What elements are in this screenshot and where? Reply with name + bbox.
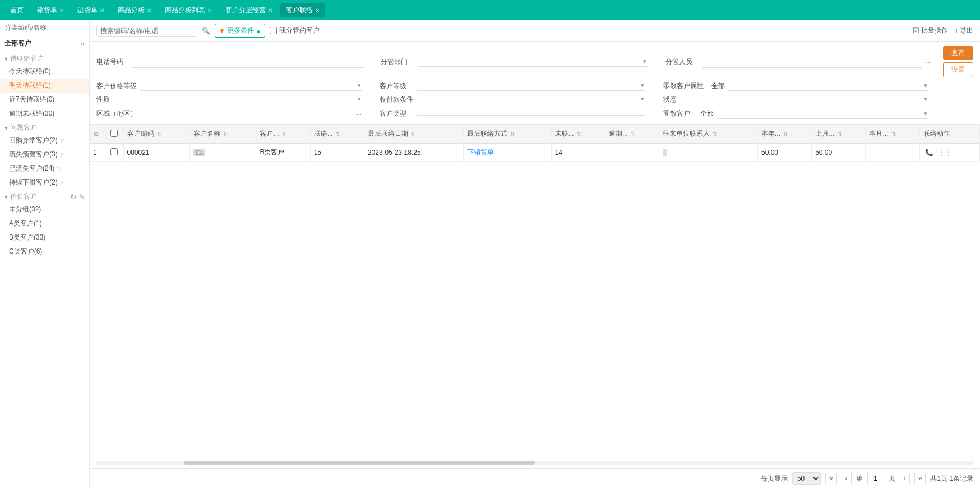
top-nav: 首页 销货单 ✕ 进货单 ✕ 商品分析 ✕ 商品分析列表 ✕ 客户分层经营 ✕ … — [0, 0, 980, 20]
nature-caret: ▼ — [356, 96, 362, 102]
my-customers-checkbox[interactable]: 我分管的客户 — [270, 26, 320, 35]
sidebar-a-class[interactable]: A类客户(1) — [0, 217, 89, 231]
sidebar-overdue[interactable]: 逾期未联络(30) — [0, 107, 89, 121]
price-level-select[interactable]: ▼ — [140, 81, 362, 91]
sidebar-week[interactable]: 近7天待联络(0) — [0, 93, 89, 107]
page-last-btn[interactable]: » — [914, 473, 926, 484]
status-select[interactable]: ▼ — [700, 94, 928, 104]
help-repurchase-icon: ? — [60, 137, 63, 144]
all-customers-header[interactable]: 全部客户 « — [0, 35, 89, 52]
manager-dots[interactable]: ··· — [925, 57, 932, 66]
nav-purchase[interactable]: 进货单 ✕ — [72, 3, 110, 17]
close-goods-analysis-icon[interactable]: ✕ — [147, 7, 151, 13]
select-all-checkbox[interactable] — [110, 130, 118, 137]
sort-lmonth-icon[interactable]: ⇅ — [838, 131, 842, 137]
col-overdue: 逾期... ⇅ — [605, 125, 659, 144]
branch-select[interactable]: ▼ — [418, 57, 647, 67]
set-button[interactable]: 设置 — [943, 62, 973, 77]
row-action-phone-icon[interactable]: 📞 — [925, 149, 933, 156]
nature-select[interactable]: ▼ — [133, 94, 362, 104]
sort-date-icon[interactable]: ⇅ — [411, 131, 415, 137]
sort-no-contact-icon[interactable]: ⇅ — [577, 131, 581, 137]
branch-label: 分管部门 — [381, 57, 414, 67]
manager-input[interactable] — [702, 56, 922, 68]
nav-customer-tier[interactable]: 客户分层经营 ✕ — [220, 3, 278, 17]
region-field: 区域（地区） ··· — [96, 108, 362, 119]
retail-customer-select[interactable]: ▼ — [717, 109, 928, 119]
nav-goods-analysis-list[interactable]: 商品分析列表 ✕ — [159, 3, 218, 17]
settings-icon[interactable]: ⚙ — [93, 130, 99, 138]
value-customers-group: ▾ 价值客户 ↻ ✎ — [0, 190, 89, 202]
nav-customer-contact[interactable]: 客户联络 ✕ — [280, 3, 325, 17]
filter-row-1: 电话号码 分管部门 ▼ 分管人员 ··· — [96, 46, 973, 77]
row-no-contact: 14 — [551, 144, 605, 162]
sort-year-icon[interactable]: ⇅ — [783, 131, 788, 137]
col-checkbox[interactable] — [107, 125, 123, 144]
sidebar-lostwarning[interactable]: 流失预警客户(3) ? — [0, 148, 89, 162]
page-first-btn[interactable]: « — [825, 473, 837, 484]
sidebar-tomorrow[interactable]: 明天待联络(1) — [0, 79, 89, 93]
hscrollbar-track[interactable] — [96, 461, 973, 465]
last-method-link[interactable]: 下销货单 — [467, 148, 494, 156]
sort-unit-icon[interactable]: ⇅ — [713, 131, 717, 137]
page-size-label: 每页显示 — [761, 474, 788, 484]
col-action: 联络动作 — [919, 125, 979, 144]
phone-input[interactable] — [133, 56, 363, 68]
row-action-more-icon[interactable]: ⋮⋮ — [939, 149, 952, 156]
sidebar-lost[interactable]: 已流失客户(24) ? — [0, 162, 89, 176]
sidebar-repurchase[interactable]: 回购异常客户(2) ? — [0, 133, 89, 148]
query-button[interactable]: 查询 — [943, 46, 973, 60]
main-layout: 🔍 全部客户 « ▾ 待联络客户 今天待联络(0) 明天待联络(1) 近7天待联… — [0, 20, 980, 488]
nav-goods-analysis[interactable]: 商品分析 ✕ — [112, 3, 157, 17]
close-tier-icon[interactable]: ✕ — [268, 7, 272, 13]
sort-code-icon[interactable]: ⇅ — [157, 131, 161, 137]
nav-sales[interactable]: 销货单 ✕ — [31, 3, 70, 17]
close-contact-icon[interactable]: ✕ — [315, 7, 320, 13]
advanced-filter: 电话号码 分管部门 ▼ 分管人员 ··· — [90, 42, 980, 125]
search-input[interactable] — [96, 25, 197, 37]
retail-attr-select[interactable]: ▼ — [728, 81, 928, 91]
page-size-select[interactable]: 50 100 200 — [792, 472, 821, 485]
row-last-method[interactable]: 下销货单 — [463, 144, 551, 162]
sidebar-declining[interactable]: 持续下滑客户(2) ? — [0, 176, 89, 190]
sort-type-icon[interactable]: ⇅ — [282, 131, 286, 137]
sidebar-search-input[interactable] — [4, 24, 89, 31]
sort-tmonth-icon[interactable]: ⇅ — [891, 131, 896, 137]
region-label: 区域（地区） — [96, 109, 137, 118]
batch-op-btn[interactable]: ☑ 批量操作 — [913, 26, 948, 35]
row-checkbox[interactable] — [107, 144, 123, 162]
row-contact-count: 15 — [310, 144, 364, 162]
sort-method-icon[interactable]: ⇅ — [510, 131, 515, 137]
filter-row-3: 性质 ▼ 收付款条件 ▼ 状态 — [96, 94, 973, 104]
customer-grade-select[interactable]: ▼ — [417, 81, 645, 91]
sort-name-icon[interactable]: ⇅ — [223, 131, 228, 137]
page-next-btn[interactable]: › — [900, 473, 910, 484]
sidebar-c-class[interactable]: C类客户(6) — [0, 245, 89, 259]
sidebar-today[interactable]: 今天待联络(0) — [0, 65, 89, 79]
sidebar-ungrouped[interactable]: 未分组(32) — [0, 202, 89, 217]
nav-home[interactable]: 首页 — [4, 3, 29, 17]
more-conditions-btn[interactable]: ▼ 更多条件 ▲ — [215, 24, 265, 38]
page-number-input[interactable] — [867, 473, 884, 484]
search-btn-icon[interactable]: 🔍 — [202, 27, 210, 35]
col-settings[interactable]: ⚙ — [90, 125, 107, 144]
close-sales-icon[interactable]: ✕ — [59, 7, 64, 13]
total-label: 共1页 1条记录 — [930, 474, 973, 484]
status-caret: ▼ — [923, 96, 928, 102]
region-dots[interactable]: ··· — [355, 109, 362, 118]
close-purchase-icon[interactable]: ✕ — [100, 7, 104, 13]
hscrollbar-thumb[interactable] — [184, 461, 535, 465]
sort-contact-icon[interactable]: ⇅ — [336, 131, 340, 137]
refresh-icon[interactable]: ↻ — [70, 192, 77, 201]
sidebar-search-container: 🔍 — [0, 20, 89, 35]
edit-icon[interactable]: ✎ — [79, 193, 85, 201]
customer-type-select[interactable] — [417, 112, 645, 116]
pay-terms-select[interactable]: ▼ — [417, 94, 645, 104]
sort-overdue-icon[interactable]: ⇅ — [631, 131, 635, 137]
sidebar-b-class[interactable]: B类客户(33) — [0, 231, 89, 245]
page-prev-btn[interactable]: ‹ — [842, 473, 852, 484]
export-btn[interactable]: ↑ 导出 — [955, 26, 973, 35]
close-goods-list-icon[interactable]: ✕ — [207, 7, 212, 13]
region-input[interactable] — [140, 108, 352, 119]
customer-grade-caret: ▼ — [640, 82, 645, 89]
